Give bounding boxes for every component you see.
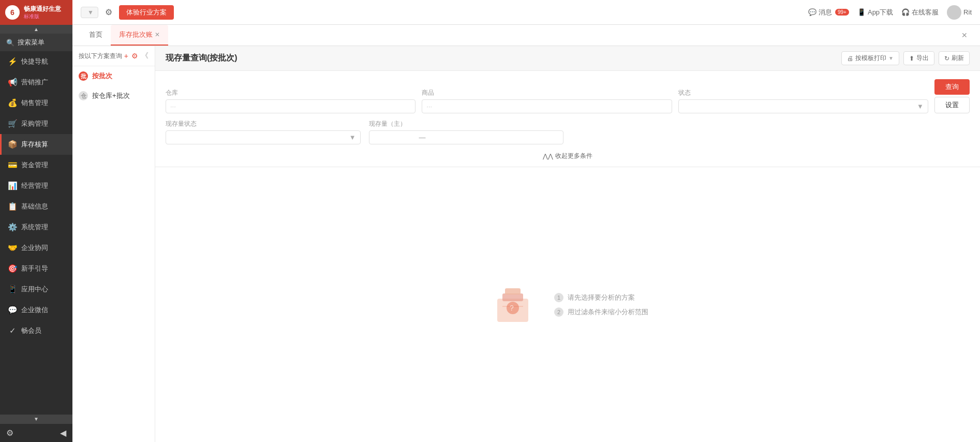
inventory-status-chevron-icon: ▼ bbox=[349, 134, 356, 141]
refresh-button[interactable]: ↻ 刷新 bbox=[939, 51, 970, 65]
filter-buttons: 查询 设置 bbox=[934, 79, 970, 113]
status-filter: 状态 ▼ bbox=[678, 89, 928, 113]
sidebar-item-quick-nav[interactable]: ⚡ 快捷导航 bbox=[0, 51, 72, 72]
topbar-right: 💬 消息 99+ 📱 App下载 🎧 在线客服 Rit bbox=[808, 5, 972, 20]
scheme-by-batch[interactable]: 批 按批次 bbox=[72, 66, 155, 86]
sidebar-item-marketing[interactable]: 📢 营销推广 bbox=[0, 72, 72, 93]
inventory-qty-filter: 现存量（主） — bbox=[369, 120, 564, 144]
tab-home[interactable]: 首页 bbox=[81, 25, 111, 46]
status-select[interactable]: ▼ bbox=[678, 99, 928, 113]
sidebar-header: 6 畅康通好生意 标准版 bbox=[0, 0, 72, 25]
page-actions: 🖨 按模板打印 ▼ ⬆ 导出 ↻ 刷新 bbox=[841, 51, 970, 65]
avatar bbox=[947, 5, 961, 20]
sidebar-footer: ⚙ ◀ bbox=[0, 423, 72, 442]
wechat-icon: 💬 bbox=[8, 305, 17, 315]
print-icon: 🖨 bbox=[847, 55, 853, 62]
filter-section: 仓库 ··· 商品 ··· 状态 bbox=[155, 71, 980, 167]
settings-button[interactable]: 设置 bbox=[934, 97, 970, 113]
warehouse-input[interactable]: ··· bbox=[166, 99, 415, 113]
sidebar-item-enterprise[interactable]: 🤝 企业协同 bbox=[0, 238, 72, 258]
sidebar-item-purchase[interactable]: 🛒 采购管理 bbox=[0, 113, 72, 134]
sidebar-scroll-up[interactable]: ▲ bbox=[0, 25, 72, 34]
page-title: 现存量查询(按批次) bbox=[166, 53, 237, 64]
left-panel-header: 按以下方案查询 + ⚙ 《 bbox=[72, 46, 155, 66]
footer-collapse-icon[interactable]: ◀ bbox=[60, 428, 66, 438]
sidebar-item-sales[interactable]: 💰 销售管理 bbox=[0, 93, 72, 113]
add-scheme-icon[interactable]: + bbox=[124, 52, 128, 60]
left-panel-collapse-icon[interactable]: 《 bbox=[141, 51, 149, 61]
filter-row-2: 现存量状态 ▼ 现存量（主） — bbox=[166, 120, 970, 144]
ops-icon: 📊 bbox=[8, 181, 17, 190]
empty-illustration: ? bbox=[487, 278, 539, 331]
svg-text:?: ? bbox=[510, 304, 514, 312]
sidebar-item-wechat[interactable]: 💬 企业微信 bbox=[0, 300, 72, 320]
app-logo: 6 bbox=[5, 5, 20, 20]
left-panel: 按以下方案查询 + ⚙ 《 批 按批次 仓 按仓库+批次 bbox=[72, 46, 155, 442]
online-service-item[interactable]: 🎧 在线客服 bbox=[901, 8, 939, 17]
print-chevron-icon: ▼ bbox=[888, 55, 894, 61]
sidebar-item-finance[interactable]: 💳 资金管理 bbox=[0, 155, 72, 175]
tab-close-icon[interactable]: ✕ bbox=[155, 31, 160, 38]
trial-button[interactable]: 体验行业方案 bbox=[119, 5, 174, 20]
page-title-bar: 现存量查询(按批次) 🖨 按模板打印 ▼ ⬆ 导出 ↻ 刷新 bbox=[155, 46, 980, 71]
sidebar-item-newbie[interactable]: 🎯 新手引导 bbox=[0, 258, 72, 279]
sidebar-search[interactable]: 🔍 搜索菜单 bbox=[0, 34, 72, 51]
user-item[interactable]: Rit bbox=[947, 5, 972, 20]
tip-num-1: 1 bbox=[554, 293, 563, 302]
scheme-by-warehouse-batch-icon: 仓 bbox=[79, 91, 88, 100]
topbar-settings-icon[interactable]: ⚙ bbox=[101, 5, 116, 20]
sidebar-item-basic[interactable]: 📋 基础信息 bbox=[0, 196, 72, 217]
app-download-item[interactable]: 📱 App下载 bbox=[857, 8, 893, 17]
export-button[interactable]: ⬆ 导出 bbox=[903, 51, 934, 65]
app-icon: 📱 bbox=[8, 285, 17, 294]
status-chevron-icon: ▼ bbox=[917, 102, 924, 110]
inventory-status-filter: 现存量状态 ▼ bbox=[166, 120, 361, 144]
tab-close-right[interactable]: ✕ bbox=[957, 31, 972, 39]
scheme-by-warehouse-batch[interactable]: 仓 按仓库+批次 bbox=[72, 86, 155, 106]
svg-rect-2 bbox=[505, 288, 521, 294]
enterprise-icon: 🤝 bbox=[8, 243, 17, 253]
purchase-icon: 🛒 bbox=[8, 119, 17, 128]
scheme-by-batch-icon: 批 bbox=[79, 71, 88, 81]
left-panel-actions: + ⚙ 《 bbox=[124, 51, 149, 61]
filter-container: 仓库 ··· 商品 ··· 状态 bbox=[166, 79, 970, 163]
company-info: 畅康通好生意 标准版 bbox=[24, 5, 61, 20]
content-area: 按以下方案查询 + ⚙ 《 批 按批次 仓 按仓库+批次 现存量查询(按批次) bbox=[72, 46, 980, 442]
phone-icon: 📱 bbox=[857, 8, 866, 16]
sidebar-item-ops[interactable]: 📊 经营管理 bbox=[0, 175, 72, 196]
messages-item[interactable]: 💬 消息 99+ bbox=[808, 8, 849, 17]
product-input[interactable]: ··· bbox=[422, 99, 672, 113]
basic-icon: 📋 bbox=[8, 202, 17, 211]
inventory-qty-range: — bbox=[369, 130, 564, 144]
sidebar-item-system[interactable]: ⚙️ 系统管理 bbox=[0, 217, 72, 238]
scheme-settings-icon[interactable]: ⚙ bbox=[131, 52, 138, 60]
tip-num-2: 2 bbox=[554, 307, 563, 317]
print-by-template-button[interactable]: 🖨 按模板打印 ▼ bbox=[841, 51, 899, 65]
footer-settings-icon[interactable]: ⚙ bbox=[6, 428, 13, 438]
headset-icon: 🎧 bbox=[901, 8, 910, 16]
sidebar-item-app[interactable]: 📱 应用中心 bbox=[0, 279, 72, 300]
product-filter: 商品 ··· bbox=[422, 89, 672, 113]
inventory-status-select[interactable]: ▼ bbox=[166, 130, 361, 144]
sales-icon: 💰 bbox=[8, 98, 17, 108]
marketing-icon: 📢 bbox=[8, 78, 17, 87]
member-icon: ✓ bbox=[8, 326, 17, 335]
empty-state: ? 1 请先选择要分析的方案 2 用过滤条件来缩小分析范围 bbox=[155, 167, 980, 442]
breadcrumb[interactable]: ▼ bbox=[81, 7, 98, 18]
collapse-more-button[interactable]: ⋀⋀ 收起更多条件 bbox=[543, 152, 592, 160]
sidebar-item-inventory[interactable]: 📦 库存核算 bbox=[0, 134, 72, 155]
sidebar-item-member[interactable]: ✓ 畅会员 bbox=[0, 320, 72, 341]
tab-batch-inventory[interactable]: 库存批次账 ✕ bbox=[111, 25, 168, 46]
quick-nav-icon: ⚡ bbox=[8, 57, 17, 66]
svg-rect-1 bbox=[502, 293, 523, 301]
breadcrumb-chevron-icon: ▼ bbox=[87, 9, 94, 16]
sidebar-scroll-down[interactable]: ▼ bbox=[0, 415, 72, 423]
inventory-qty-to[interactable] bbox=[430, 134, 471, 141]
right-main: 现存量查询(按批次) 🖨 按模板打印 ▼ ⬆ 导出 ↻ 刷新 bbox=[155, 46, 980, 442]
query-button[interactable]: 查询 bbox=[934, 79, 970, 95]
messages-badge: 99+ bbox=[835, 9, 849, 16]
empty-svg: ? bbox=[487, 278, 539, 330]
collapse-row: ⋀⋀ 收起更多条件 bbox=[166, 150, 970, 163]
inventory-qty-from[interactable] bbox=[374, 134, 415, 141]
sidebar-nav: ⚡ 快捷导航 📢 营销推广 💰 销售管理 🛒 采购管理 📦 库存核算 💳 资金管… bbox=[0, 51, 72, 415]
